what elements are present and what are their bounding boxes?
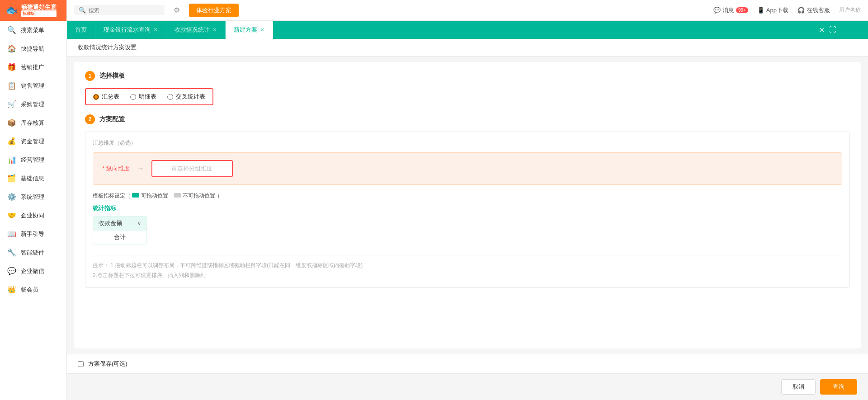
- message-badge: 99+: [736, 7, 748, 13]
- sidebar-item-label: 企业协同: [21, 212, 44, 220]
- metrics-table-header[interactable]: 收款金额 ∨: [93, 216, 146, 231]
- cancel-button[interactable]: 取消: [781, 379, 816, 395]
- sidebar-item-hardware[interactable]: 🔧 智能硬件: [0, 243, 66, 262]
- dimension-selector[interactable]: 请选择分组维度: [151, 160, 233, 177]
- drag-indicator: [132, 193, 139, 198]
- header-right: 💬 消息 99+ 📱 App下载 🎧 在线客服 用户名称: [713, 6, 861, 14]
- step2-title: 方案配置: [99, 115, 125, 123]
- sidebar-item-nav[interactable]: 🏠 快捷导航: [0, 39, 66, 58]
- tip-line-2: 2.点击标题栏下拉可设置排序、插入列和删除列: [93, 271, 842, 281]
- sidebar-item-marketing[interactable]: 🎁 营销推广: [0, 58, 66, 76]
- radio-detail-label[interactable]: 明细表: [139, 93, 156, 101]
- settings-icon[interactable]: ⚙: [174, 6, 180, 14]
- tabbar: 首页 现金银行流水查询 ✕ 收款情况统计 ✕ 新建方案 ✕ ✕ ⛶: [67, 21, 868, 39]
- home-icon: 🏠: [7, 44, 16, 53]
- clipboard-icon: 📋: [7, 81, 16, 90]
- sidebar-item-label: 搜索菜单: [21, 26, 44, 34]
- step1-header: 1 选择模板: [85, 71, 850, 81]
- sidebar-item-label: 销售管理: [21, 82, 44, 90]
- sidebar-item-operation[interactable]: 📊 经营管理: [0, 151, 66, 169]
- tab-bank-label: 现金银行流水查询: [104, 26, 151, 34]
- step2-number: 2: [85, 114, 95, 124]
- service-icon: 🎧: [797, 7, 805, 14]
- metrics-col-label: 收款金额: [99, 219, 122, 227]
- tabbar-actions: ✕ ⛶: [819, 21, 841, 39]
- sidebar-item-guide[interactable]: 📖 新手引导: [0, 225, 66, 243]
- tab-home[interactable]: 首页: [67, 21, 95, 39]
- metrics-table: 收款金额 ∨ 合计: [93, 216, 147, 245]
- step1-section: 1 选择模板 汇总表 明细表 交叉统计表: [85, 71, 850, 105]
- step1-number: 1: [85, 71, 95, 81]
- step2-section: 2 方案配置 汇总维度（必选） * 纵向维度 → 请选择分组维度: [85, 114, 850, 288]
- chat-icon: 💬: [7, 267, 16, 275]
- sidebar-item-label: 库存核算: [21, 119, 44, 127]
- download-label: App下载: [766, 6, 788, 14]
- download-item[interactable]: 📱 App下载: [757, 6, 788, 14]
- row-dimension-label: * 纵向维度: [102, 165, 130, 173]
- sidebar-logo-text: 畅捷通好生意: [21, 4, 57, 11]
- save-plan-label[interactable]: 方案保存(可选): [88, 360, 127, 368]
- sidebar-logo-badge: 标准版: [21, 10, 57, 17]
- arrow-icon: →: [137, 165, 144, 173]
- query-button[interactable]: 查询: [820, 379, 857, 395]
- radio-cross[interactable]: 交叉统计表: [167, 93, 205, 101]
- gear-icon: ⚙️: [7, 193, 16, 201]
- industry-button[interactable]: 体验行业方案: [189, 4, 239, 17]
- service-label: 在线客服: [807, 6, 830, 14]
- handshake-icon: 🤝: [7, 211, 16, 220]
- sidebar-item-label: 采购管理: [21, 100, 44, 108]
- radio-cross-label[interactable]: 交叉统计表: [176, 93, 205, 101]
- metrics-section-label: 统计指标: [93, 204, 842, 212]
- radio-summary-label[interactable]: 汇总表: [102, 93, 119, 101]
- sidebar-item-inventory[interactable]: 📦 库存核算: [0, 113, 66, 132]
- sidebar-logo: 🐟 畅捷通好生意 标准版: [0, 0, 66, 21]
- crown-icon: 👑: [7, 285, 16, 294]
- radio-summary[interactable]: 汇总表: [93, 93, 119, 101]
- box-icon: 📦: [7, 118, 16, 127]
- header-search-box[interactable]: 🔍: [74, 5, 165, 15]
- tab-new-plan-close[interactable]: ✕: [260, 27, 264, 33]
- tab-receipt-close[interactable]: ✕: [212, 27, 217, 33]
- message-icon: 💬: [713, 7, 721, 14]
- save-plan-checkbox[interactable]: [78, 361, 84, 367]
- sidebar-item-collab[interactable]: 🤝 企业协同: [0, 206, 66, 225]
- user-name: 用户名称: [839, 6, 861, 14]
- cart-icon: 🛒: [7, 100, 16, 108]
- search-icon: 🔍: [7, 26, 16, 34]
- sidebar-item-wechat[interactable]: 💬 企业微信: [0, 262, 66, 280]
- sidebar-item-purchase[interactable]: 🛒 采购管理: [0, 95, 66, 113]
- sidebar-item-label: 系统管理: [21, 193, 44, 201]
- service-item[interactable]: 🎧 在线客服: [797, 6, 830, 14]
- sidebar-item-label: 新手引导: [21, 230, 44, 238]
- main-card: 1 选择模板 汇总表 明细表 交叉统计表: [74, 62, 861, 348]
- gift-icon: 🎁: [7, 63, 16, 71]
- tab-bank[interactable]: 现金银行流水查询 ✕: [95, 21, 166, 39]
- search-icon: 🔍: [79, 7, 86, 14]
- sidebar-item-system[interactable]: ⚙️ 系统管理: [0, 188, 66, 206]
- sidebar-item-label: 畅会员: [21, 286, 38, 294]
- template-select-group: 汇总表 明细表 交叉统计表: [85, 88, 213, 105]
- sidebar-item-sales[interactable]: 📋 销售管理: [0, 76, 66, 95]
- sidebar-item-search[interactable]: 🔍 搜索菜单: [0, 21, 66, 39]
- tab-maximize-icon[interactable]: ⛶: [829, 26, 836, 34]
- tab-receipt[interactable]: 收款情况统计 ✕: [166, 21, 226, 39]
- sidebar-item-basic[interactable]: 🗂️ 基础信息: [0, 169, 66, 188]
- sidebar: 🐟 畅捷通好生意 标准版 🔍 搜索菜单 🏠 快捷导航 🎁 营销推广 📋 销售管理…: [0, 0, 67, 400]
- radio-detail[interactable]: 明细表: [130, 93, 156, 101]
- tab-new-plan[interactable]: 新建方案 ✕: [226, 21, 273, 39]
- chevron-down-icon[interactable]: ∨: [137, 221, 141, 226]
- sidebar-item-finance[interactable]: 💰 资金管理: [0, 132, 66, 151]
- content-area: 收款情况统计方案设置 1 选择模板 汇总表 明细表: [67, 39, 868, 400]
- download-icon: 📱: [757, 7, 764, 14]
- main-area: 🔍 ⚙ 体验行业方案 💬 消息 99+ 📱 App下载 🎧 在线客服 用户名称 …: [67, 0, 868, 400]
- sidebar-item-label: 快捷导航: [21, 45, 44, 53]
- book-icon: 📖: [7, 230, 16, 238]
- metrics-table-row: 合计: [93, 231, 146, 244]
- sidebar-item-label: 基础信息: [21, 174, 44, 183]
- tab-close-all-icon[interactable]: ✕: [819, 26, 825, 34]
- tab-bank-close[interactable]: ✕: [153, 27, 158, 33]
- message-item[interactable]: 💬 消息 99+: [713, 6, 748, 14]
- search-input[interactable]: [89, 7, 152, 14]
- sidebar-item-member[interactable]: 👑 畅会员: [0, 280, 66, 299]
- message-label: 消息: [722, 6, 734, 14]
